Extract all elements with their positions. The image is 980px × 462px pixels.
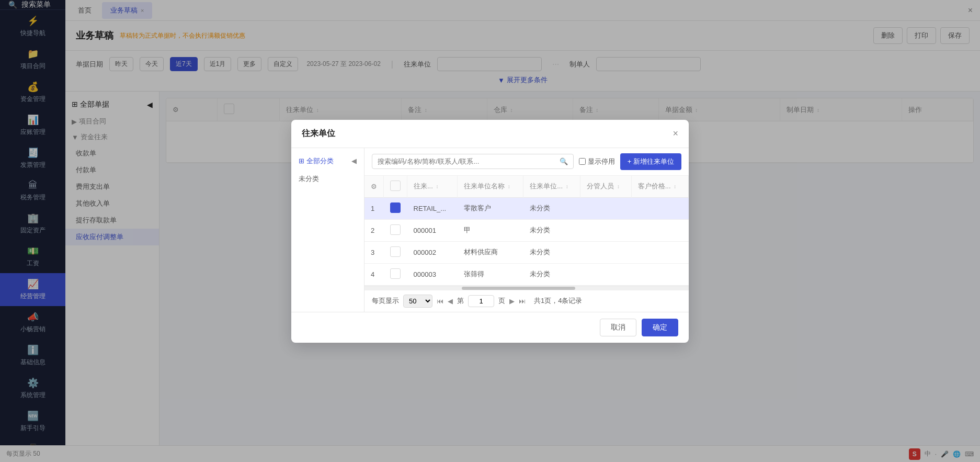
modal-toolbar: 🔍 显示停用 + 新增往来单位	[364, 148, 689, 176]
row-type: 未分类	[523, 263, 580, 285]
search-icon: 🔍	[560, 157, 568, 165]
modal-table-row[interactable]: 4 000003 张筛得 未分类	[364, 263, 689, 285]
row-assignee	[580, 219, 631, 241]
modal-overlay: 往来单位 × ⊞ 全部分类 ◀ 未分类	[0, 0, 980, 462]
first-page-btn[interactable]: ⏮	[437, 297, 443, 305]
row-checkbox[interactable]	[384, 197, 407, 219]
cancel-button[interactable]: 取消	[600, 319, 636, 336]
new-counterparty-button[interactable]: + 新增往来单位	[620, 153, 681, 170]
row-code: RETAIL_...	[407, 197, 458, 219]
modal-pagination: 每页显示 50 100 ⏮ ◀ 第 页 ▶ ⏭ 共1页，4条记录	[364, 290, 689, 312]
modal-col-settings[interactable]: ⚙	[364, 176, 384, 198]
prev-page-btn[interactable]: ◀	[448, 297, 453, 305]
modal-main-content: 🔍 显示停用 + 新增往来单位 ⚙	[364, 148, 689, 312]
modal-table: ⚙ 往来... ↕ 往来单位名称 ↕ 往来单位... ↕ 分管人员 ↕ 客户价格…	[364, 176, 689, 286]
modal-table-row[interactable]: 2 000001 甲 未分类	[364, 219, 689, 241]
row-name: 材料供应商	[458, 241, 523, 263]
row-type: 未分类	[523, 241, 580, 263]
modal-search-input[interactable]	[378, 157, 556, 165]
row-code: 000002	[407, 241, 458, 263]
page-unit-label: 页	[498, 296, 505, 306]
show-disabled-checkbox[interactable]	[579, 158, 586, 165]
last-page-btn[interactable]: ⏭	[519, 297, 526, 305]
per-page-select[interactable]: 50 100	[403, 295, 432, 308]
row-checkbox[interactable]	[384, 263, 407, 285]
row-code: 000001	[407, 219, 458, 241]
row-checkbox[interactable]	[384, 241, 407, 263]
row-price-type	[631, 263, 688, 285]
row-checkbox[interactable]	[384, 219, 407, 241]
row-price-type	[631, 241, 688, 263]
modal-close-button[interactable]: ×	[673, 128, 678, 139]
modal-sidebar: ⊞ 全部分类 ◀ 未分类	[291, 148, 364, 312]
modal-col-checkbox[interactable]	[384, 176, 407, 198]
row-type: 未分类	[523, 219, 580, 241]
row-assignee	[580, 241, 631, 263]
row-assignee	[580, 197, 631, 219]
row-no: 2	[364, 219, 384, 241]
modal-col-name: 往来单位名称 ↕	[458, 176, 523, 198]
row-name: 张筛得	[458, 263, 523, 285]
row-no: 3	[364, 241, 384, 263]
grid-icon-modal: ⊞	[299, 157, 304, 165]
per-page-label: 每页显示	[372, 296, 399, 306]
modal-col-price: 客户价格... ↕	[631, 176, 688, 198]
counterparty-modal: 往来单位 × ⊞ 全部分类 ◀ 未分类	[291, 120, 689, 343]
row-no: 1	[364, 197, 384, 219]
modal-col-code: 往来... ↕	[407, 176, 458, 198]
row-name: 零散客户	[458, 197, 523, 219]
modal-search-box[interactable]: 🔍	[372, 154, 574, 169]
page-label: 第	[457, 296, 464, 306]
current-page-input[interactable]	[468, 295, 494, 307]
modal-body: ⊞ 全部分类 ◀ 未分类 🔍 显示停用	[291, 148, 689, 312]
modal-table-row[interactable]: 1 RETAIL_... 零散客户 未分类	[364, 197, 689, 219]
modal-col-type: 往来单位... ↕	[523, 176, 580, 198]
modal-scrollbar[interactable]	[364, 286, 689, 290]
next-page-btn[interactable]: ▶	[509, 297, 515, 305]
show-disabled-checkbox-label[interactable]: 显示停用	[579, 157, 615, 166]
row-price-type	[631, 219, 688, 241]
scrollbar-thumb	[462, 287, 575, 290]
modal-col-assignee: 分管人员 ↕	[580, 176, 631, 198]
confirm-button[interactable]: 确定	[642, 319, 678, 336]
modal-actions: 取消 确定	[291, 312, 689, 343]
total-info: 共1页，4条记录	[534, 296, 582, 306]
row-assignee	[580, 263, 631, 285]
row-name: 甲	[458, 219, 523, 241]
modal-title: 往来单位	[302, 128, 335, 139]
modal-sidebar-header: ⊞ 全部分类 ◀	[291, 152, 364, 170]
modal-sidebar-unclassified[interactable]: 未分类	[291, 170, 364, 188]
modal-header: 往来单位 ×	[291, 120, 689, 148]
modal-table-row[interactable]: 3 000002 材料供应商 未分类	[364, 241, 689, 263]
row-code: 000003	[407, 263, 458, 285]
row-no: 4	[364, 263, 384, 285]
row-type: 未分类	[523, 197, 580, 219]
row-price-type	[631, 197, 688, 219]
modal-sidebar-collapse-icon[interactable]: ◀	[351, 157, 357, 165]
